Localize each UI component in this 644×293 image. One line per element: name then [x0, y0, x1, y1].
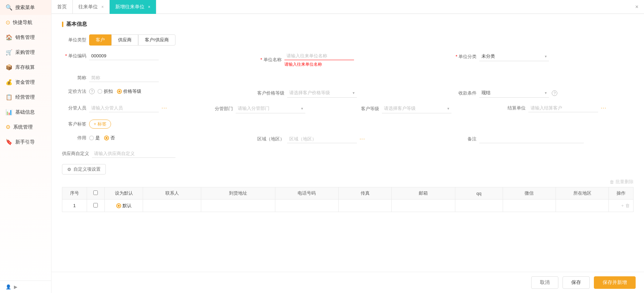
sidebar-item-guide[interactable]: 🔖 新手引导 [0, 135, 51, 149]
form-area: 基本信息 单位类型 客户 供应商 客户/供应商 单位编码 单位名称 [52, 14, 644, 272]
disabled-field: 停用 是 否 [62, 135, 243, 141]
sidebar-item-finance[interactable]: 💰 资金管理 [0, 75, 51, 90]
col-ops: 操作 [609, 187, 634, 200]
disabled-no-radio [104, 136, 109, 140]
cancel-button[interactable]: 取消 [531, 276, 558, 289]
payment-terms-select[interactable]: 现结 ▾ [479, 88, 549, 98]
remark-field: 备注 [452, 135, 634, 143]
region-more-btn[interactable]: ··· [360, 136, 365, 142]
fax-input[interactable] [351, 202, 379, 210]
unit-name-error: 请输入往来单位名称 [284, 62, 354, 67]
payment-terms-help-icon[interactable]: ? [552, 90, 557, 96]
customer-level-select[interactable]: 请选择客户等级 ▾ [382, 104, 451, 113]
pricing-discount[interactable]: 折扣 [97, 88, 113, 95]
manager-more-btn[interactable]: ··· [162, 105, 167, 111]
phone-input[interactable] [289, 202, 324, 210]
pricing-level[interactable]: 价格等级 [117, 88, 141, 95]
save-button[interactable]: 保存 [563, 276, 590, 289]
customer-price-level-select[interactable]: 请选择客户价格等级 ▾ [287, 88, 357, 98]
inventory-icon: 📦 [6, 64, 13, 71]
title-bar [62, 22, 63, 27]
unit-type-both[interactable]: 客户/供应商 [138, 34, 175, 46]
settlement-unit-more-btn[interactable]: ··· [601, 105, 606, 111]
col-contact: 联系人 [143, 187, 201, 200]
short-name-input[interactable] [89, 74, 159, 82]
address-input[interactable] [217, 202, 259, 210]
close-all-tabs[interactable]: × [630, 4, 644, 10]
supplier-custom-field: 供应商自定义 [62, 149, 634, 158]
department-select[interactable]: 请输入分管部门 ▾ [236, 104, 305, 113]
tab-partners[interactable]: 往来单位 × [73, 0, 110, 14]
department-chevron: ▾ [301, 106, 303, 111]
contacts-table: 序号 设为默认 联系人 到货地址 电话号码 传真 邮箱 qq 微信 所在地区 操… [62, 187, 634, 212]
custom-settings-btn[interactable]: ⚙ 自定义项设置 [62, 164, 106, 174]
sidebar-item-purchase[interactable]: 🛒 采购管理 [0, 45, 51, 60]
sidebar-item-search[interactable]: 🔍 搜索菜单 [0, 0, 51, 15]
sidebar-item-inventory[interactable]: 📦 库存核算 [0, 60, 51, 75]
contact-input[interactable] [156, 202, 188, 210]
qq-input[interactable] [467, 202, 491, 210]
close-new-partner-tab[interactable]: × [148, 5, 150, 9]
remark-input[interactable] [479, 135, 584, 143]
purchase-icon: 🛒 [6, 49, 13, 56]
cell-qq [455, 200, 503, 212]
tags-field: 客户标签 + 标签 [62, 120, 634, 129]
department-field: 分管部门 请输入分管部门 ▾ [209, 104, 341, 113]
col-seq: 序号 [62, 187, 87, 200]
disabled-row: 停用 是 否 区域（地区） ··· [62, 135, 634, 143]
row-region-input[interactable] [568, 202, 596, 210]
select-all-checkbox[interactable] [93, 190, 98, 195]
default-radio-item[interactable]: 默认 [108, 203, 139, 209]
close-partners-tab[interactable]: × [101, 5, 104, 9]
disabled-yes[interactable]: 是 [89, 135, 100, 141]
delete-row-btn[interactable]: 🗑 [625, 203, 630, 208]
disabled-no[interactable]: 否 [104, 135, 115, 141]
sidebar-item-operations[interactable]: 📋 经营管理 [0, 90, 51, 105]
sidebar-item-quick-nav[interactable]: ⊙ 快捷导航 [0, 15, 51, 30]
unit-type-supplier[interactable]: 供应商 [111, 34, 138, 46]
search-icon: 🔍 [6, 4, 13, 11]
cell-checkbox [87, 200, 104, 212]
sidebar-item-basic-info[interactable]: 📊 基础信息 [0, 105, 51, 120]
save-new-button[interactable]: 保存并新增 [594, 276, 636, 289]
department-label: 分管部门 [209, 106, 233, 112]
unit-category-select[interactable]: 未分类 ▾ [479, 52, 549, 61]
unit-info-row: 单位编码 单位名称 请输入往来单位名称 单位分类 未分类 ▾ [62, 52, 634, 67]
cell-default: 默认 [105, 200, 143, 212]
supplier-custom-input[interactable] [92, 149, 175, 158]
quick-nav-icon: ⊙ [6, 19, 10, 26]
cell-address [201, 200, 275, 212]
disabled-radio-group: 是 否 [89, 135, 115, 141]
unit-code-label: 单位编码 [62, 53, 86, 59]
settlement-unit-label: 结算单位 [501, 105, 526, 111]
sales-icon: 🏠 [6, 34, 13, 41]
sidebar-item-sales[interactable]: 🏠 销售管理 [0, 30, 51, 45]
short-name-label: 简称 [62, 75, 86, 81]
email-input[interactable] [406, 202, 441, 210]
add-tag-btn[interactable]: + 标签 [89, 120, 111, 129]
region-field: 区域（地区） ··· [257, 135, 439, 143]
payment-terms-field: 收款条件 现结 ▾ ? [452, 88, 634, 98]
unit-code-input[interactable] [89, 52, 159, 60]
payment-terms-label: 收款条件 [452, 90, 477, 96]
sidebar-expand-icon[interactable]: ▶ [14, 284, 17, 290]
settlement-unit-input[interactable] [528, 104, 598, 112]
wechat-input[interactable] [515, 202, 543, 210]
sidebar-item-system[interactable]: ⚙ 系统管理 [0, 120, 51, 135]
batch-delete-label[interactable]: 批量删除 [615, 179, 634, 185]
unit-type-field: 单位类型 客户 供应商 客户/供应商 [62, 34, 634, 46]
pricing-help-icon[interactable]: ? [89, 89, 95, 94]
row-checkbox[interactable] [93, 203, 98, 207]
price-level-radio [117, 89, 122, 94]
manager-input[interactable] [89, 104, 159, 112]
unit-category-field: 单位分类 未分类 ▾ [452, 52, 634, 61]
sidebar-bottom: 👤 ▶ [0, 280, 51, 293]
unit-type-customer[interactable]: 客户 [89, 34, 111, 46]
unit-name-input[interactable] [284, 52, 354, 60]
tab-new-partner[interactable]: 新增往来单位 × [110, 0, 156, 14]
region-input[interactable] [287, 135, 357, 143]
tags-row: 客户标签 + 标签 [62, 120, 634, 129]
pricing-method-field: 定价方法 ? 折扣 价格等级 [62, 88, 243, 95]
add-row-btn[interactable]: + [621, 203, 624, 208]
tab-home[interactable]: 首页 [52, 0, 73, 14]
